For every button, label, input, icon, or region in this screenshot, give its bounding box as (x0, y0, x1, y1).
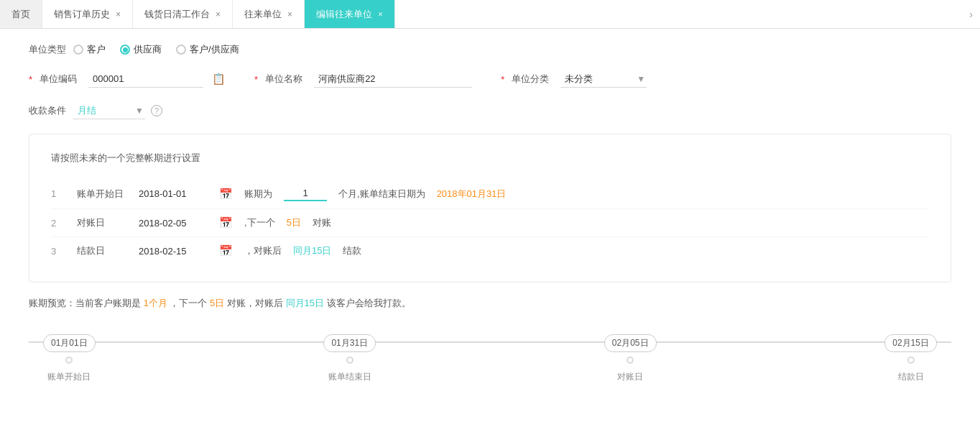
row-date-2: 2018-02-05 (139, 218, 203, 229)
radio-circle-supplier (120, 45, 130, 55)
unit-name-group: * 单位名称 (254, 70, 472, 88)
row3-desc-prefix: ，对账后 (244, 244, 282, 257)
timeline-wrapper: 01月01日 账单开始日 01月31日 账单结束日 02月05日 对账日 02月… (29, 327, 951, 412)
timeline-sublabel-0: 账单开始日 (47, 371, 91, 383)
preview-label: 账期预览：当前客户账期是 (29, 298, 141, 308)
cal-icon-1[interactable]: 📅 (219, 188, 233, 201)
row-date-3: 2018-02-15 (139, 246, 203, 257)
timeline-point-1: 01月31日 账单结束日 (323, 334, 376, 383)
tab-close-sales-history[interactable]: × (116, 9, 121, 19)
setting-row-1: 1 账单开始日 2018-01-01 📅 账期为 个月,账单结束日期为 2018… (51, 179, 929, 209)
payment-condition-select[interactable]: 月结 (73, 102, 145, 119)
row-num-3: 3 (51, 246, 65, 257)
row2-desc-highlight: 5日 (287, 216, 301, 229)
main-content: 单位类型 客户 供应商 客户/供应商 * 单位编码 📋 * 单位名称 (0, 29, 980, 437)
radio-customer[interactable]: 客户 (73, 43, 106, 56)
cal-icon-2[interactable]: 📅 (219, 216, 233, 229)
timeline-badge-0: 01月01日 (43, 334, 96, 352)
timeline-point-3: 02月15日 结款日 (884, 334, 937, 383)
row-num-2: 2 (51, 218, 65, 229)
tab-cash-workbench[interactable]: 钱货日清工作台 × (133, 0, 233, 28)
unit-category-group: * 单位分类 未分类 ▼ (501, 70, 647, 88)
timeline-badge-2: 02月05日 (604, 334, 657, 352)
period-end-date: 2018年01月31日 (437, 188, 507, 201)
copy-icon[interactable]: 📋 (212, 73, 226, 86)
section-title: 请按照未来的一个完整帐期进行设置 (51, 152, 929, 165)
period-input[interactable] (284, 186, 327, 201)
timeline-dot-2 (627, 356, 634, 364)
unit-type-radio-group: 客户 供应商 客户/供应商 (73, 43, 239, 56)
timeline-point-2: 02月05日 对账日 (604, 334, 657, 383)
timeline-dot-0 (65, 356, 73, 364)
required-mark-code: * (29, 74, 32, 85)
unit-name-input[interactable] (314, 70, 472, 88)
unit-code-input[interactable] (88, 70, 203, 88)
required-mark-name: * (254, 74, 258, 85)
preview-part2-suffix: 对账，对账后 (227, 298, 283, 308)
unit-type-label: 单位类型 (29, 43, 66, 56)
timeline-point-0: 01月01日 账单开始日 (43, 334, 96, 383)
settings-section: 请按照未来的一个完整帐期进行设置 1 账单开始日 2018-01-01 📅 账期… (29, 134, 951, 282)
tab-home[interactable]: 首页 (0, 0, 42, 28)
tab-close-partner-list[interactable]: × (287, 9, 292, 19)
preview-part2-prefix: ，下一个 (170, 298, 207, 308)
payment-condition-label: 收款条件 (29, 104, 66, 117)
payment-condition-row: 收款条件 月结 ▼ ? (29, 102, 951, 119)
tab-edit-partner[interactable]: 编辑往来单位 × (305, 0, 395, 28)
radio-circle-customer (73, 45, 83, 55)
timeline-badge-3: 02月15日 (884, 334, 937, 352)
cal-icon-3[interactable]: 📅 (219, 244, 233, 257)
radio-circle-customer-supplier (176, 45, 186, 55)
tab-close-edit-partner[interactable]: × (378, 9, 383, 19)
tab-close-cash-workbench[interactable]: × (216, 9, 221, 19)
preview-part2-highlight: 5日 (210, 298, 224, 308)
radio-customer-supplier[interactable]: 客户/供应商 (176, 43, 239, 56)
timeline-dot-3 (907, 356, 915, 364)
unit-category-dropdown-wrap: 未分类 ▼ (560, 70, 647, 88)
setting-row-3: 3 结款日 2018-02-15 📅 ，对账后 同月15日 结款 (51, 237, 929, 264)
timeline-sublabel-3: 结款日 (898, 371, 924, 383)
timeline-points: 01月01日 账单开始日 01月31日 账单结束日 02月05日 对账日 02月… (43, 334, 937, 383)
tab-partner-list[interactable]: 往来单位 × (233, 0, 305, 28)
unit-code-group: * 单位编码 📋 (29, 70, 226, 88)
timeline-dot-1 (346, 356, 353, 364)
row-num-1: 1 (51, 188, 65, 199)
payment-dropdown-wrap: 月结 ▼ (73, 102, 145, 119)
radio-supplier[interactable]: 供应商 (120, 43, 162, 56)
row-label-3: 结款日 (77, 244, 127, 257)
unit-code-label: 单位编码 (40, 73, 77, 86)
unit-type-row: 单位类型 客户 供应商 客户/供应商 (29, 43, 951, 56)
row2-desc-suffix: 对账 (313, 216, 331, 229)
help-icon[interactable]: ? (151, 105, 162, 116)
setting-row-2: 2 对账日 2018-02-05 📅 ,下一个 5日 对账 (51, 209, 929, 237)
period-prefix: 账期为 (244, 188, 272, 201)
tab-bar: 首页 销售订单历史 × 钱货日清工作台 × 往来单位 × 编辑往来单位 × › (0, 0, 980, 29)
row-date-1: 2018-01-01 (139, 188, 203, 199)
period-suffix: 个月,账单结束日期为 (338, 188, 425, 201)
preview-section: 账期预览：当前客户账期是 1个月 ，下一个 5日 对账，对账后 同月15日 该客… (29, 297, 951, 310)
preview-part3-suffix: 该客户会给我打款。 (327, 298, 411, 308)
tab-sales-history[interactable]: 销售订单历史 × (42, 0, 133, 28)
row2-desc-prefix: ,下一个 (244, 216, 275, 229)
required-mark-category: * (501, 74, 504, 85)
preview-part1: 1个月 (144, 298, 167, 308)
unit-category-label: 单位分类 (512, 73, 549, 86)
timeline-sublabel-2: 对账日 (617, 371, 643, 383)
timeline-sublabel-1: 账单结束日 (328, 371, 371, 383)
row-label-2: 对账日 (77, 216, 127, 229)
row3-desc-suffix: 结款 (343, 244, 361, 257)
unit-info-row: * 单位编码 📋 * 单位名称 * 单位分类 未分类 ▼ (29, 70, 951, 88)
timeline-badge-1: 01月31日 (323, 334, 376, 352)
tab-nav-arrow[interactable]: › (962, 0, 980, 28)
row3-desc-highlight: 同月15日 (293, 244, 331, 257)
preview-part3-highlight: 同月15日 (286, 298, 324, 308)
row-label-1: 账单开始日 (77, 188, 127, 201)
unit-category-select[interactable]: 未分类 (560, 70, 647, 88)
unit-name-label: 单位名称 (265, 73, 302, 86)
